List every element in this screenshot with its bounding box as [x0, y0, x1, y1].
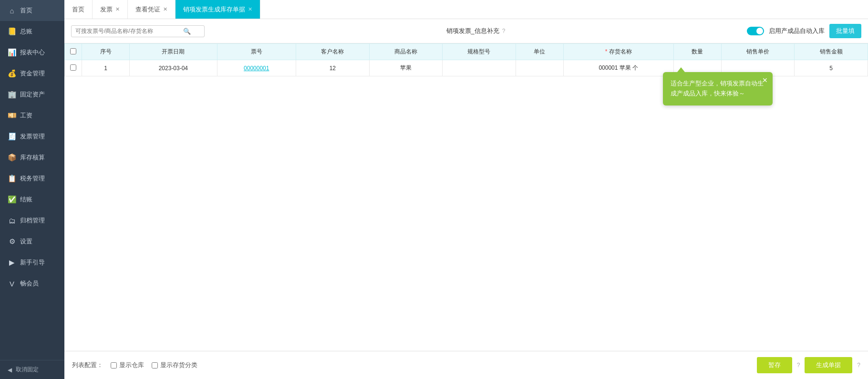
- cell-inventory[interactable]: 000001 苹果 个: [563, 60, 673, 76]
- auto-warehouse-toggle[interactable]: [747, 27, 764, 35]
- generate-help-icon[interactable]: ?: [857, 362, 860, 368]
- search-input[interactable]: [75, 28, 180, 34]
- sidebar-item-report-center[interactable]: 📊 报表中心: [0, 42, 64, 63]
- data-table: 序号 开票日期 票号 客户名称 商品名称 规格型号 单位 * 存货名称 数量 销…: [64, 43, 868, 76]
- sidebar-item-settings[interactable]: ⚙ 设置: [0, 231, 64, 252]
- home-icon: ⌂: [8, 7, 16, 15]
- cell-invoice-no[interactable]: 00000001: [217, 60, 296, 76]
- row-checkbox[interactable]: [70, 64, 76, 71]
- header-date: 开票日期: [130, 44, 217, 60]
- tab-cancel-invoice[interactable]: 销项发票生成库存单据 ✕: [176, 0, 260, 19]
- generate-button[interactable]: 生成单据: [805, 357, 852, 373]
- toolbar: 🔍 销项发票_信息补充 ? 启用产成品自动入库 批量填: [64, 19, 868, 43]
- search-icon: 🔍: [183, 28, 191, 35]
- toolbar-middle: 销项发票_信息补充 ?: [209, 27, 742, 35]
- cell-unit: [516, 60, 563, 76]
- save-button[interactable]: 暂存: [757, 357, 792, 373]
- tab-home[interactable]: 首页: [64, 0, 93, 19]
- pin-toggle[interactable]: ◀ 取消固定: [0, 360, 64, 379]
- sidebar-item-invoice-mgmt[interactable]: 🧾 发票管理: [0, 126, 64, 147]
- sidebar-item-home[interactable]: ⌂ 首页: [0, 0, 64, 21]
- cell-date: 2023-03-04: [130, 60, 217, 76]
- sidebar-item-settlement[interactable]: ✅ 结账: [0, 189, 64, 210]
- info-help-icon[interactable]: ?: [502, 28, 506, 34]
- tooltip-popup: ✕ 适合生产型企业，销项发票自动生成产成品入库，快来体验～: [663, 72, 773, 105]
- cell-customer: 12: [296, 60, 370, 76]
- cell-amount: 5: [795, 60, 868, 76]
- tab-bar: 首页 发票 ✕ 查看凭证 ✕ 销项发票生成库存单据 ✕: [64, 0, 868, 19]
- show-warehouse-label[interactable]: 显示仓库: [111, 361, 144, 369]
- list-config-label: 列表配置：: [72, 361, 103, 369]
- settlement-icon: ✅: [8, 195, 16, 204]
- table-area: 序号 开票日期 票号 客户名称 商品名称 规格型号 单位 * 存货名称 数量 销…: [64, 43, 868, 351]
- archive-icon: 🗂: [8, 217, 16, 225]
- page-content: 🔍 销项发票_信息补充 ? 启用产成品自动入库 批量填: [64, 19, 868, 379]
- main-content: 首页 发票 ✕ 查看凭证 ✕ 销项发票生成库存单据 ✕ 🔍 销项发票_信息补充 …: [64, 0, 868, 379]
- info-label: 销项发票_信息补充: [446, 27, 499, 35]
- table-header-row: 序号 开票日期 票号 客户名称 商品名称 规格型号 单位 * 存货名称 数量 销…: [65, 44, 868, 60]
- inventory-icon: 📦: [8, 153, 16, 162]
- toggle-label: 启用产成品自动入库: [769, 27, 825, 35]
- sidebar-item-guide[interactable]: ▶ 新手引导: [0, 252, 64, 273]
- search-box[interactable]: 🔍: [71, 25, 205, 37]
- gear-icon: ⚙: [8, 237, 16, 246]
- show-category-checkbox[interactable]: [152, 362, 158, 368]
- header-spec: 规格型号: [443, 44, 516, 60]
- tab-invoice-close[interactable]: ✕: [115, 6, 120, 12]
- cell-product: 苹果: [369, 60, 443, 76]
- guide-icon: ▶: [8, 258, 16, 267]
- member-icon: V: [8, 280, 16, 288]
- sidebar-item-tax-mgmt[interactable]: 📋 税务管理: [0, 168, 64, 189]
- header-qty: 数量: [673, 44, 721, 60]
- sidebar-item-member[interactable]: V 畅会员: [0, 273, 64, 294]
- tooltip-close-button[interactable]: ✕: [762, 75, 768, 85]
- sidebar-item-fund-mgmt[interactable]: 💰 资金管理: [0, 63, 64, 84]
- header-unit: 单位: [516, 44, 563, 60]
- bottom-bar: 列表配置： 显示仓库 显示存货分类 暂存 ? 生成单据 ?: [64, 351, 868, 379]
- header-amount: 销售金额: [795, 44, 868, 60]
- invoice-icon: 🧾: [8, 132, 16, 141]
- sidebar-item-inventory[interactable]: 📦 库存核算: [0, 147, 64, 168]
- tab-view-voucher-close[interactable]: ✕: [163, 6, 167, 12]
- assets-icon: 🏢: [8, 90, 16, 99]
- tooltip-arrow: [677, 67, 685, 72]
- sidebar-item-general-ledger[interactable]: 📒 总账: [0, 21, 64, 42]
- tab-cancel-invoice-close[interactable]: ✕: [248, 6, 252, 12]
- save-help-icon[interactable]: ?: [797, 362, 800, 368]
- header-seq: 序号: [82, 44, 130, 60]
- ledger-icon: 📒: [8, 27, 16, 36]
- header-customer: 客户名称: [296, 44, 370, 60]
- sidebar-bottom: ◀ 取消固定: [0, 360, 64, 379]
- sidebar-item-payroll[interactable]: 💴 工资: [0, 105, 64, 126]
- tooltip-text: 适合生产型企业，销项发票自动生成产成品入库，快来体验～: [671, 80, 764, 97]
- header-invoice-no: 票号: [217, 44, 296, 60]
- sidebar-item-fixed-assets[interactable]: 🏢 固定资产: [0, 84, 64, 105]
- report-icon: 📊: [8, 48, 16, 57]
- show-category-label[interactable]: 显示存货分类: [152, 361, 197, 369]
- select-all-checkbox[interactable]: [70, 48, 76, 54]
- cell-spec: [443, 60, 516, 76]
- show-warehouse-checkbox[interactable]: [111, 362, 117, 368]
- sidebar: ⌂ 首页 📒 总账 📊 报表中心 💰 资金管理 🏢 固定资产 💴 工资 🧾 发票…: [0, 0, 64, 379]
- header-checkbox-col: [65, 44, 82, 60]
- toolbar-right: 启用产成品自动入库 批量填: [747, 24, 861, 38]
- header-inventory-label: 存货名称: [609, 48, 632, 55]
- batch-fill-button[interactable]: 批量填: [829, 24, 861, 38]
- tax-icon: 📋: [8, 174, 16, 183]
- payroll-icon: 💴: [8, 111, 16, 120]
- required-marker: *: [605, 48, 609, 55]
- sidebar-item-archive-mgmt[interactable]: 🗂 归档管理: [0, 210, 64, 231]
- tab-view-voucher[interactable]: 查看凭证 ✕: [128, 0, 176, 19]
- row-checkbox-cell: [65, 60, 82, 76]
- pin-icon: ◀: [8, 367, 12, 373]
- header-inventory: * 存货名称: [563, 44, 673, 60]
- header-unit-price: 销售单价: [721, 44, 795, 60]
- fund-icon: 💰: [8, 69, 16, 78]
- tab-invoice[interactable]: 发票 ✕: [93, 0, 128, 19]
- header-product: 商品名称: [369, 44, 443, 60]
- bottom-actions: 暂存 ? 生成单据 ?: [757, 357, 860, 373]
- cell-seq: 1: [82, 60, 130, 76]
